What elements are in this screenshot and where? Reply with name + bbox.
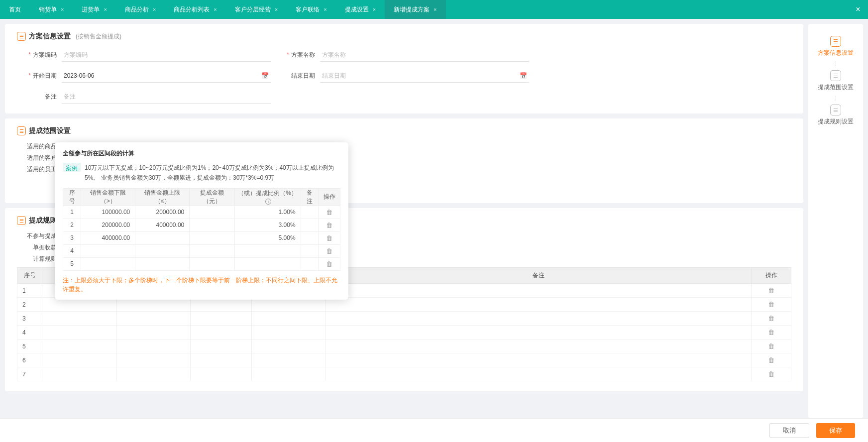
popover-table-row: 4🗑	[63, 244, 340, 257]
end-date-label: 结束日期	[275, 72, 320, 80]
tab-item[interactable]: 首页	[0, 0, 30, 19]
start-date-input[interactable]	[64, 72, 269, 79]
global-close-icon[interactable]: ×	[848, 0, 868, 19]
rule-table-row[interactable]: 5🗑	[17, 339, 791, 353]
anchor-icon: ☰	[830, 36, 841, 47]
trash-icon[interactable]: 🗑	[768, 301, 774, 308]
trash-icon[interactable]: 🗑	[768, 315, 774, 322]
panel-icon: ☰	[17, 32, 26, 41]
popover-note: 注：上限必须大于下限；多个阶梯时，下一个阶梯下限要等于前一阶梯上限；不同行之间下…	[63, 276, 340, 294]
field-name: 方案名称	[275, 48, 534, 62]
rule-table-row[interactable]: 4🗑	[17, 326, 791, 339]
trash-icon[interactable]: 🗑	[768, 356, 774, 364]
rule-table-row[interactable]: 3🗑	[17, 312, 791, 326]
tab-close-icon[interactable]: ×	[373, 6, 376, 12]
popover-col-header: 销售金额上限（≤）	[135, 188, 190, 206]
field-remark: 备注	[17, 90, 275, 104]
panel-info: ☰ 方案信息设置 (按销售金额提成) 方案编码 方案名称 开始日期	[5, 24, 803, 113]
tab-close-icon[interactable]: ×	[434, 6, 436, 12]
popover-col-header: 操作	[319, 188, 340, 206]
rule-col-header: 操作	[752, 268, 791, 284]
tab-item[interactable]: 提成设置×	[336, 0, 385, 19]
tab-close-icon[interactable]: ×	[104, 6, 107, 12]
trash-icon[interactable]: 🗑	[768, 329, 774, 336]
panel-info-title: 方案信息设置	[29, 32, 71, 41]
name-input[interactable]	[322, 51, 527, 58]
footer-bar: 取消 保存	[0, 418, 868, 442]
anchor-nav-item[interactable]: ☰提成范围设置	[818, 67, 854, 95]
example-text: 10万元以下无提成；10~20万元提成比例为1%；20~40万提成比例为3%；4…	[85, 163, 340, 183]
calendar-icon[interactable]: 📅	[520, 72, 527, 79]
popover-col-header: （或）提成比例（%）i	[234, 188, 301, 206]
trash-icon[interactable]: 🗑	[768, 342, 774, 350]
tab-item[interactable]: 进货单×	[73, 0, 115, 19]
anchor-icon: ☰	[830, 70, 841, 81]
field-start-date: 开始日期 📅	[17, 69, 275, 83]
panel-icon: ☰	[17, 216, 26, 225]
anchor-nav-item[interactable]: ☰提成规则设置	[818, 102, 854, 129]
example-table: 序号销售金额下限（>）销售金额上限（≤）提成金额（元）（或）提成比例（%）i备注…	[63, 188, 340, 271]
rule-col-header: 序号	[17, 268, 42, 284]
tab-close-icon[interactable]: ×	[61, 6, 64, 12]
info-icon[interactable]: i	[265, 199, 271, 205]
tab-close-icon[interactable]: ×	[324, 6, 326, 12]
trash-icon[interactable]: 🗑	[326, 260, 332, 268]
code-label: 方案编码	[17, 51, 62, 59]
calendar-icon[interactable]: 📅	[261, 72, 269, 79]
panel-info-hint: (按销售金额提成)	[76, 32, 121, 41]
panel-scope-title: 提成范围设置	[29, 126, 71, 135]
remark-label: 备注	[17, 93, 62, 101]
rule-table-row[interactable]: 7🗑	[17, 367, 791, 381]
example-popover: 全额参与所在区间段的计算 案例 10万元以下无提成；10~20万元提成比例为1%…	[55, 142, 348, 300]
popover-table-row: 1100000.00200000.001.00%🗑	[63, 206, 340, 219]
tab-item[interactable]: 销货单×	[30, 0, 73, 19]
trash-icon[interactable]: 🗑	[326, 209, 332, 216]
field-end-date: 结束日期 📅	[275, 69, 534, 83]
cancel-button[interactable]: 取消	[769, 423, 809, 438]
popover-table-row: 5🗑	[63, 257, 340, 270]
popover-col-header: 销售金额下限（>）	[81, 188, 135, 206]
rule-table-row[interactable]: 6🗑	[17, 353, 791, 367]
trash-icon[interactable]: 🗑	[326, 234, 332, 242]
popover-title: 全额参与所在区间段的计算	[63, 149, 340, 158]
popover-col-header: 序号	[63, 188, 81, 206]
tab-item[interactable]: 新增提成方案×	[385, 0, 445, 19]
example-badge: 案例	[63, 163, 81, 172]
rule-col-header: 备注	[326, 268, 751, 284]
end-date-input[interactable]	[322, 72, 527, 79]
panel-icon: ☰	[17, 126, 26, 135]
popover-col-header: 提成金额（元）	[190, 188, 234, 206]
code-input[interactable]	[64, 51, 269, 58]
remark-input[interactable]	[64, 93, 269, 100]
anchor-icon: ☰	[830, 105, 841, 115]
trash-icon[interactable]: 🗑	[768, 287, 774, 294]
tab-close-icon[interactable]: ×	[275, 6, 278, 12]
tab-item[interactable]: 商品分析列表×	[165, 0, 225, 19]
tab-item[interactable]: 客户分层经营×	[226, 0, 287, 19]
trash-icon[interactable]: 🗑	[326, 247, 332, 255]
tab-item[interactable]: 客户联络×	[287, 0, 335, 19]
tab-close-icon[interactable]: ×	[214, 6, 217, 12]
popover-col-header: 备注	[301, 188, 318, 206]
top-tab-bar: 首页销货单×进货单×商品分析×商品分析列表×客户分层经营×客户联络×提成设置×新…	[0, 0, 868, 19]
name-label: 方案名称	[275, 51, 320, 59]
trash-icon[interactable]: 🗑	[326, 221, 332, 229]
right-anchor-nav: ☰方案信息设置☰提成范围设置☰提成规则设置	[808, 24, 863, 418]
save-button[interactable]: 保存	[816, 423, 855, 438]
trash-icon[interactable]: 🗑	[768, 370, 774, 378]
start-date-label: 开始日期	[17, 72, 62, 80]
anchor-nav-item[interactable]: ☰方案信息设置	[818, 33, 854, 60]
field-code: 方案编码	[17, 48, 275, 62]
popover-table-row: 2200000.00400000.003.00%🗑	[63, 219, 340, 231]
tab-item[interactable]: 商品分析×	[116, 0, 165, 19]
popover-table-row: 3400000.005.00%🗑	[63, 231, 340, 244]
tab-close-icon[interactable]: ×	[153, 6, 156, 12]
